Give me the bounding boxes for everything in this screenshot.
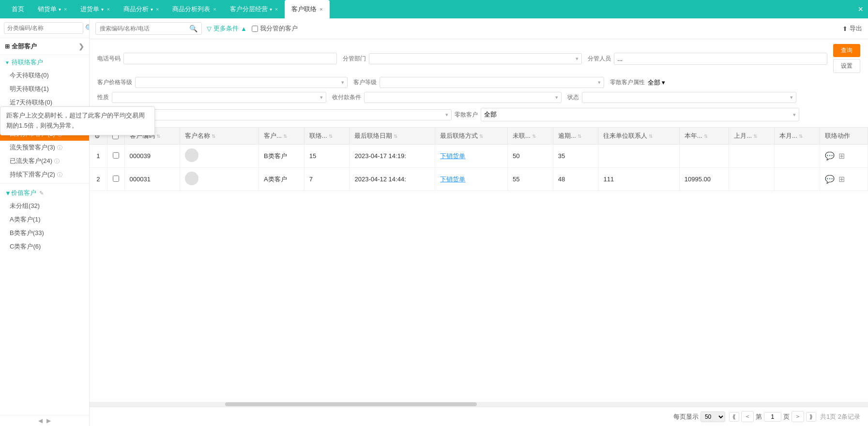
row-checkbox[interactable] <box>113 176 119 182</box>
export-button[interactable]: ⬆ 导出 <box>842 24 862 33</box>
price-tier-select[interactable]: ▾ <box>135 77 348 88</box>
sidebar-item-ungrouped-label: 未分组(32) <box>10 202 40 210</box>
th-overdue[interactable]: 逾期... ⇅ <box>553 128 598 145</box>
chat-icon[interactable]: 💬 <box>825 151 835 161</box>
query-button[interactable]: 查询 <box>833 44 860 57</box>
td-last-date: 2023-04-17 14:19: <box>350 145 435 168</box>
sidebar-item-class-a[interactable]: A类客户(1) <box>0 213 89 226</box>
first-page-button[interactable]: ⟪ <box>729 412 739 422</box>
nav-label-customer-contact: 客户联络 <box>291 5 317 14</box>
sort-icon-last-date: ⇅ <box>394 133 397 139</box>
td-this-year <box>679 145 729 168</box>
th-last-method[interactable]: 最后联络方式 ⇅ <box>435 128 508 145</box>
nav-item-analysis[interactable]: 商品分析 ▾ × <box>117 0 166 18</box>
th-name[interactable]: 客户名称 ⇅ <box>180 128 259 145</box>
nav-close-customer-tier[interactable]: × <box>275 6 278 12</box>
th-uncontacted[interactable]: 未联... ⇅ <box>508 128 553 145</box>
price-tier-label: 客户价格等级 <box>97 78 132 87</box>
collapse-icon[interactable]: ❯ <box>78 43 84 50</box>
sidebar-item-class-c[interactable]: C类客户(6) <box>0 240 89 253</box>
nav-item-customer-tier[interactable]: 客户分层经营 ▾ × <box>223 0 285 18</box>
sidebar-item-declining[interactable]: 持续下滑客户(2) ⓘ <box>0 168 89 181</box>
payment-select[interactable]: ▾ <box>364 92 561 103</box>
next-page-button[interactable]: ＞ <box>792 411 804 422</box>
last-method-link[interactable]: 下销货单 <box>440 176 465 183</box>
nav-item-purchase[interactable]: 进货单 ▾ × <box>74 0 116 18</box>
th-this-year[interactable]: 本年... ⇅ <box>679 128 729 145</box>
tooltip-text: 距客户上次交易时长，超过了此客户的平均交易周期的1.5倍，则视为异常。 <box>6 112 145 129</box>
per-page-select[interactable]: 20 50 100 200 <box>700 411 725 422</box>
sidebar-search-area: 🔍 <box>0 18 89 38</box>
sidebar-right-arrow[interactable]: ▶ <box>46 417 51 424</box>
sidebar-item-tomorrow[interactable]: 明天待联络(1) <box>0 82 89 96</box>
value-group-text: 价值客户 <box>11 189 36 197</box>
window-close-button[interactable]: × <box>858 4 863 15</box>
nav-close-customer-contact[interactable]: × <box>320 6 322 12</box>
last-page-button[interactable]: ⟫ <box>806 412 816 422</box>
nature-select[interactable]: ▾ <box>112 92 326 103</box>
customer-tier-select[interactable]: ▾ <box>380 77 604 88</box>
filter-bar: 🔍 ▽ 更多条件 ▲ 我分管的客户 ⬆ 导出 <box>90 18 868 39</box>
th-last-date[interactable]: 最后联络日期 ⇅ <box>350 128 435 145</box>
follow-group-label[interactable]: ▼ 待联络客户 <box>0 55 89 69</box>
nav-arrow-sales: ▾ <box>59 7 61 12</box>
th-contacts-person[interactable]: 往来单位联系人 ⇅ <box>598 128 679 145</box>
customer-tier-label: 客户等级 <box>353 78 377 87</box>
sidebar-search-button[interactable]: 🔍 <box>85 24 90 32</box>
status-select[interactable]: ▾ <box>582 92 796 103</box>
settings-button[interactable]: 设置 <box>833 59 860 73</box>
td-type: A类客户 <box>259 168 305 191</box>
td-this-month <box>774 168 820 191</box>
all-customers-header[interactable]: ⊞ 全部客户 ❯ <box>0 38 89 55</box>
th-contact-count[interactable]: 联络... ⇅ <box>304 128 350 145</box>
td-last-method: 下销货单 <box>435 168 508 191</box>
sidebar-left-arrow[interactable]: ◀ <box>38 417 43 424</box>
value-group-label[interactable]: ▼ 价值客户 ✎ <box>0 186 89 199</box>
my-customers-checkbox-label[interactable]: 我分管的客户 <box>252 24 298 33</box>
sidebar-item-lost-label: 已流失客户(24) <box>10 157 52 165</box>
nature-arrow: ▾ <box>320 94 323 101</box>
nav-item-sales[interactable]: 销货单 ▾ × <box>31 0 74 18</box>
grid-action-icon[interactable]: ⊞ <box>838 175 845 184</box>
th-type[interactable]: 客户... ⇅ <box>259 128 305 145</box>
td-no: 1 <box>90 145 107 168</box>
sidebar-search-input[interactable] <box>4 22 83 34</box>
sidebar-item-declining-label: 持续下滑客户(2) <box>10 170 55 179</box>
nav-close-analysis[interactable]: × <box>156 6 159 12</box>
nav-item-home[interactable]: 首页 <box>5 0 31 18</box>
my-customers-checkbox[interactable] <box>252 26 258 32</box>
nav-close-analysis-list[interactable]: × <box>213 6 216 12</box>
sort-icon-code: ⇅ <box>156 133 160 139</box>
edit-icon[interactable]: ✎ <box>39 190 44 196</box>
sidebar-item-loss-warning[interactable]: 流失预警客户(3) ⓘ <box>0 141 89 154</box>
sidebar-item-class-b[interactable]: B类客户(33) <box>0 226 89 240</box>
customer-type-select[interactable]: ▾ <box>133 109 451 120</box>
retail-customer-select[interactable]: 全部 ▾ <box>481 108 799 121</box>
horizontal-scrollbar[interactable] <box>90 402 868 407</box>
chat-icon[interactable]: 💬 <box>825 175 835 184</box>
page-number-input[interactable] <box>764 412 781 422</box>
th-last-month[interactable]: 上月... ⇅ <box>729 128 775 145</box>
nav-item-analysis-list[interactable]: 商品分析列表 × <box>166 0 223 18</box>
last-method-link[interactable]: 下销货单 <box>440 152 465 160</box>
person-select[interactable]: ... <box>614 53 827 65</box>
grid-action-icon[interactable]: ⊞ <box>838 151 845 161</box>
nav-item-customer-contact[interactable]: 客户联络 × <box>285 0 329 18</box>
sidebar-item-lost[interactable]: 已流失客户(24) ⓘ <box>0 154 89 168</box>
td-last-method: 下销货单 <box>435 145 508 168</box>
nav-close-sales[interactable]: × <box>64 6 67 12</box>
search-input[interactable] <box>100 25 189 32</box>
sidebar-item-today[interactable]: 今天待联络(0) <box>0 69 89 82</box>
row-checkbox[interactable] <box>113 152 119 159</box>
th-this-month[interactable]: 本月... ⇅ <box>774 128 820 145</box>
more-conditions-button[interactable]: ▽ 更多条件 ▲ <box>207 24 247 33</box>
scrollbar-thumb[interactable] <box>225 402 477 406</box>
th-this-month-label: 本月... <box>779 132 797 140</box>
retail-attr-select[interactable]: 全部 ▾ <box>648 78 666 87</box>
status-arrow: ▾ <box>790 94 793 101</box>
phone-input[interactable] <box>123 53 337 64</box>
dept-select[interactable]: ▾ <box>369 53 582 64</box>
nav-close-purchase[interactable]: × <box>107 6 109 12</box>
sidebar-item-ungrouped[interactable]: 未分组(32) <box>0 199 89 213</box>
prev-page-button[interactable]: ＜ <box>741 411 754 422</box>
